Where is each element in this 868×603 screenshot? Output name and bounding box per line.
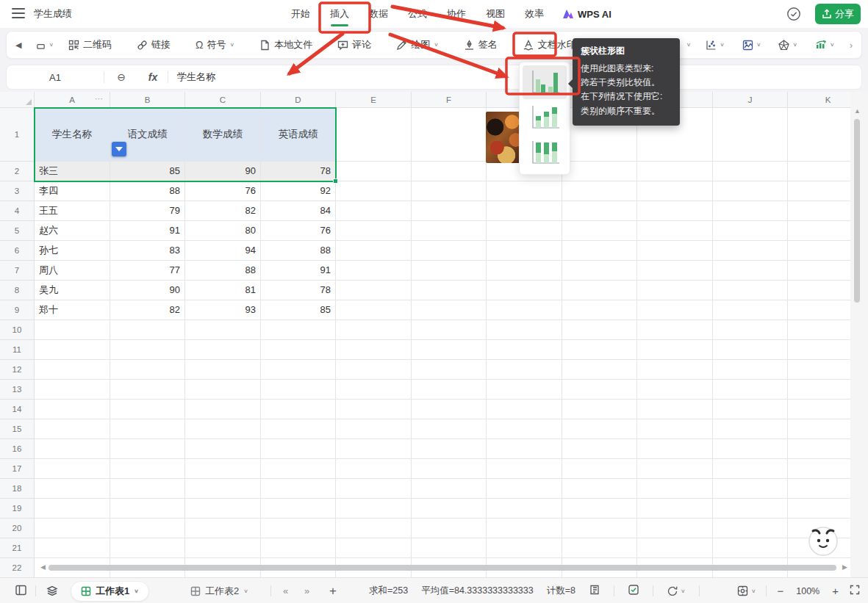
formula-input[interactable]: 学生名称 [177, 71, 215, 84]
cell-B8[interactable]: 90 [110, 281, 185, 300]
cell-D4[interactable]: 84 [261, 201, 336, 221]
cell-C14[interactable] [185, 400, 261, 419]
hamburger-menu-icon[interactable] [12, 8, 25, 18]
cell-B3[interactable]: 88 [110, 181, 185, 201]
cell-D3[interactable]: 92 [261, 181, 336, 201]
cell-I10[interactable] [637, 320, 713, 340]
cell-B15[interactable] [110, 419, 185, 439]
cell-K10[interactable] [788, 320, 850, 340]
toolbar-button-6[interactable]: 绘图∨ [396, 38, 439, 51]
cell-E12[interactable] [336, 360, 412, 380]
cell-D9[interactable]: 85 [261, 300, 336, 320]
cell-E5[interactable] [336, 221, 412, 241]
cell-J9[interactable] [713, 300, 788, 320]
cell-G9[interactable] [487, 300, 562, 320]
menu-tab-4[interactable]: 公式 [406, 4, 428, 24]
cell-C9[interactable]: 93 [185, 300, 261, 320]
cell-D15[interactable] [261, 419, 336, 439]
cell-J12[interactable] [713, 360, 788, 380]
cell-B20[interactable] [110, 519, 185, 538]
cloud-save-icon[interactable] [786, 6, 802, 22]
cell-I5[interactable] [637, 221, 713, 241]
row-header-13[interactable]: 13 [0, 380, 35, 400]
cell-B10[interactable] [110, 320, 185, 340]
cell-D18[interactable] [261, 479, 336, 499]
cell-G16[interactable] [487, 439, 562, 459]
cell-H6[interactable] [562, 241, 637, 261]
cell-F7[interactable] [412, 261, 487, 281]
toolbar-button-3[interactable]: Ω符号∨ [196, 38, 234, 51]
row-header-2[interactable]: 2 [0, 162, 35, 181]
toolbar-button-4[interactable]: 本地文件 [259, 38, 312, 51]
row-header-1[interactable]: 1 [0, 108, 35, 162]
sheet-tab-2[interactable]: 工作表2∨ [181, 581, 258, 602]
cell-K14[interactable] [788, 400, 850, 419]
cell-E15[interactable] [336, 419, 412, 439]
cell-H19[interactable] [562, 499, 637, 519]
add-sheet-icon[interactable]: + [329, 578, 337, 603]
cell-H8[interactable] [562, 281, 637, 300]
cell-B12[interactable] [110, 360, 185, 380]
cell-B13[interactable] [110, 380, 185, 400]
cell-A12[interactable] [35, 360, 110, 380]
spreadsheet-grid[interactable]: A⋯BCDEFGHIJK1学生名称语文成绩数学成绩英语成绩2张三8590783李… [0, 92, 850, 577]
cell-A10[interactable] [35, 320, 110, 340]
vertical-scrollbar[interactable]: ▲ [854, 94, 861, 571]
cell-I6[interactable] [637, 241, 713, 261]
cell-E2[interactable] [336, 162, 412, 181]
cell-J1[interactable] [713, 108, 788, 162]
cell-A16[interactable] [35, 439, 110, 459]
cell-F1[interactable] [412, 108, 487, 162]
cell-G14[interactable] [487, 400, 562, 419]
cell-B9[interactable]: 82 [110, 300, 185, 320]
column-header-K[interactable]: K [788, 92, 850, 108]
cell-F11[interactable] [412, 340, 487, 360]
cell-A21[interactable] [35, 538, 110, 558]
cell-A6[interactable]: 孙七 [35, 241, 110, 261]
cell-C10[interactable] [185, 320, 261, 340]
cell-K11[interactable] [788, 340, 850, 360]
row-header-17[interactable]: 17 [0, 459, 35, 479]
cell-A14[interactable] [35, 400, 110, 419]
cell-K12[interactable] [788, 360, 850, 380]
cell-F14[interactable] [412, 400, 487, 419]
zoom-in-button[interactable]: + [832, 585, 839, 597]
row-header-14[interactable]: 14 [0, 400, 35, 419]
sidebar-toggle-icon[interactable] [15, 584, 27, 599]
cell-C8[interactable]: 81 [185, 281, 261, 300]
cell-B6[interactable]: 83 [110, 241, 185, 261]
cell-H15[interactable] [562, 419, 637, 439]
cell-K8[interactable] [788, 281, 850, 300]
chart-type-clustered-column[interactable] [523, 65, 567, 99]
cell-A2[interactable]: 张三 [35, 162, 110, 181]
cell-B14[interactable] [110, 400, 185, 419]
cell-J18[interactable] [713, 479, 788, 499]
zoom-level[interactable]: 100% [794, 586, 822, 596]
cell-D20[interactable] [261, 519, 336, 538]
row-header-9[interactable]: 9 [0, 300, 35, 320]
cell-I2[interactable] [637, 162, 713, 181]
row-header-10[interactable]: 10 [0, 320, 35, 340]
menu-tab-2[interactable]: 插入 [329, 4, 351, 24]
cell-B11[interactable] [110, 340, 185, 360]
cell-C4[interactable]: 82 [185, 201, 261, 221]
cell-E11[interactable] [336, 340, 412, 360]
task-check-icon[interactable] [628, 584, 639, 598]
cell-C17[interactable] [185, 459, 261, 479]
first-sheet-icon[interactable]: « [283, 578, 288, 603]
cell-reference-box[interactable]: A1 [7, 72, 104, 83]
cell-G4[interactable] [487, 201, 562, 221]
toolbar-button-1[interactable]: 二维码 [68, 38, 112, 51]
toolbar-button-5[interactable]: 评论 [337, 38, 371, 51]
collapse-toolbar-icon[interactable]: ◀ [15, 40, 21, 50]
cell-F12[interactable] [412, 360, 487, 380]
cell-D17[interactable] [261, 459, 336, 479]
cell-J15[interactable] [713, 419, 788, 439]
cell-I14[interactable] [637, 400, 713, 419]
toolbar-button-7[interactable]: 签名 [464, 38, 498, 51]
cell-A7[interactable]: 周八 [35, 261, 110, 281]
cell-G12[interactable] [487, 360, 562, 380]
row-header-6[interactable]: 6 [0, 241, 35, 261]
cell-E21[interactable] [336, 538, 412, 558]
column-menu-icon[interactable]: ⋯ [95, 94, 104, 104]
